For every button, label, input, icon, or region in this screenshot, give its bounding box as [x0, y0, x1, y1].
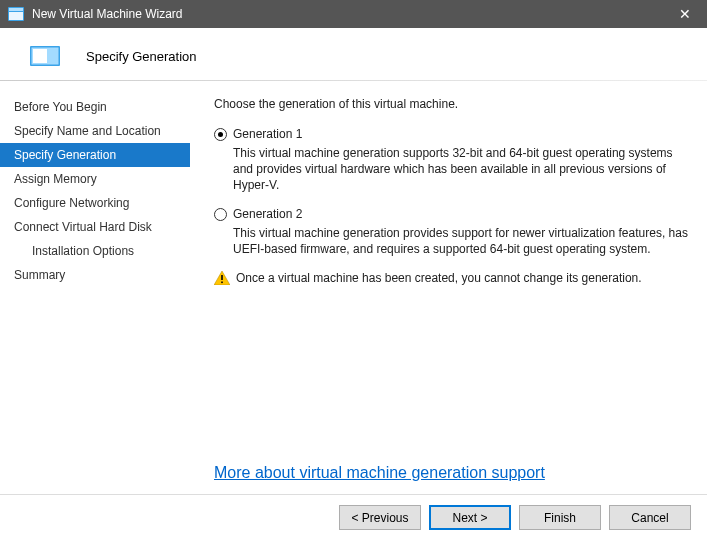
sidebar-item-summary[interactable]: Summary [0, 263, 190, 287]
instruction-text: Choose the generation of this virtual ma… [214, 97, 689, 111]
warning-icon [214, 271, 230, 285]
more-info-link[interactable]: More about virtual machine generation su… [214, 464, 545, 482]
generation-1-description: This virtual machine generation supports… [233, 145, 689, 193]
finish-button[interactable]: Finish [519, 505, 601, 530]
radio-generation-1[interactable]: Generation 1 [214, 127, 689, 141]
main-content: Choose the generation of this virtual ma… [190, 81, 707, 456]
svg-rect-5 [33, 49, 47, 63]
svg-rect-8 [221, 282, 223, 284]
sidebar-item-installation-options[interactable]: Installation Options [0, 239, 190, 263]
svg-rect-7 [221, 275, 223, 280]
sidebar-item-specify-name[interactable]: Specify Name and Location [0, 119, 190, 143]
page-header: Specify Generation [0, 28, 707, 80]
radio-generation-2[interactable]: Generation 2 [214, 207, 689, 221]
wizard-titlebar-icon [8, 7, 24, 21]
wizard-icon [30, 46, 60, 66]
sidebar-item-configure-networking[interactable]: Configure Networking [0, 191, 190, 215]
next-button[interactable]: Next > [429, 505, 511, 530]
wizard-steps-sidebar: Before You Begin Specify Name and Locati… [0, 81, 190, 456]
window-title: New Virtual Machine Wizard [32, 7, 671, 21]
sidebar-item-before-you-begin[interactable]: Before You Begin [0, 95, 190, 119]
radio-generation-1-label: Generation 1 [233, 127, 302, 141]
svg-rect-1 [9, 8, 23, 11]
close-button[interactable]: ✕ [671, 6, 699, 22]
radio-icon [214, 128, 227, 141]
dialog-footer: < Previous Next > Finish Cancel [0, 494, 707, 533]
titlebar: New Virtual Machine Wizard ✕ [0, 0, 707, 28]
previous-button[interactable]: < Previous [339, 505, 421, 530]
sidebar-item-specify-generation[interactable]: Specify Generation [0, 143, 190, 167]
sidebar-item-connect-vhd[interactable]: Connect Virtual Hard Disk [0, 215, 190, 239]
warning-text: Once a virtual machine has been created,… [236, 271, 642, 285]
page-title: Specify Generation [86, 49, 197, 64]
sidebar-item-assign-memory[interactable]: Assign Memory [0, 167, 190, 191]
cancel-button[interactable]: Cancel [609, 505, 691, 530]
radio-generation-2-label: Generation 2 [233, 207, 302, 221]
generation-2-description: This virtual machine generation provides… [233, 225, 689, 257]
warning-row: Once a virtual machine has been created,… [214, 271, 689, 285]
svg-rect-2 [9, 12, 23, 20]
radio-icon [214, 208, 227, 221]
